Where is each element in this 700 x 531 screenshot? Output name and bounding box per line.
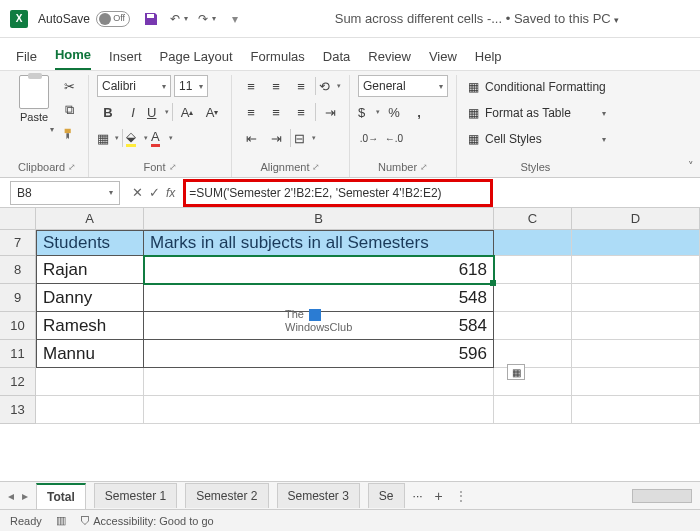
cell[interactable] xyxy=(572,396,700,424)
decrease-font-icon[interactable]: A▾ xyxy=(201,101,223,123)
cut-icon[interactable]: ✂ xyxy=(58,75,80,97)
tab-formulas[interactable]: Formulas xyxy=(251,49,305,70)
cell[interactable] xyxy=(36,396,144,424)
align-left-icon[interactable]: ≡ xyxy=(240,101,262,123)
toggle-switch[interactable]: Off xyxy=(96,11,130,27)
sheet-nav-prev-icon[interactable]: ◂ xyxy=(8,489,14,503)
increase-decimal-icon[interactable]: .0→ xyxy=(358,127,380,149)
row-header[interactable]: 13 xyxy=(0,396,36,424)
spreadsheet-grid[interactable]: A B C D 7 Students Marks in all subjects… xyxy=(0,208,700,424)
merge-icon[interactable]: ⊟▾ xyxy=(294,127,316,149)
sheet-tab[interactable]: Se xyxy=(368,483,405,508)
conditional-formatting-button[interactable]: ▦Conditional Formatting xyxy=(465,75,606,99)
tab-view[interactable]: View xyxy=(429,49,457,70)
cell[interactable]: Mannu xyxy=(36,340,144,368)
cell[interactable] xyxy=(36,368,144,396)
sheet-tab[interactable]: Semester 3 xyxy=(277,483,360,508)
sheet-tab[interactable]: Semester 2 xyxy=(185,483,268,508)
cell[interactable]: Danny xyxy=(36,284,144,312)
fx-icon[interactable]: fx xyxy=(166,186,175,200)
cell[interactable] xyxy=(494,256,572,284)
tab-help[interactable]: Help xyxy=(475,49,502,70)
undo-icon[interactable]: ↶▾ xyxy=(170,10,188,28)
autosave-toggle[interactable]: AutoSave Off xyxy=(38,11,130,27)
workbook-stats-icon[interactable]: ▥ xyxy=(56,514,66,527)
cell-selected[interactable]: 618 xyxy=(144,256,494,284)
cell[interactable]: Marks in all subjects in all Semesters xyxy=(144,230,494,256)
cell[interactable] xyxy=(494,312,572,340)
cell[interactable]: Ramesh xyxy=(36,312,144,340)
cell[interactable]: 596 xyxy=(144,340,494,368)
font-size-select[interactable]: 11▾ xyxy=(174,75,208,97)
align-center-icon[interactable]: ≡ xyxy=(265,101,287,123)
orientation-icon[interactable]: ⟲▾ xyxy=(319,75,341,97)
formula-input[interactable]: =SUM('Semester 2'!B2:E2, 'Semester 4'!B2… xyxy=(181,181,700,205)
sheet-nav-next-icon[interactable]: ▸ xyxy=(22,489,28,503)
more-sheets-icon[interactable]: ··· xyxy=(413,489,423,503)
row-header[interactable]: 10 xyxy=(0,312,36,340)
save-icon[interactable] xyxy=(142,10,160,28)
sheet-tab[interactable]: Semester 1 xyxy=(94,483,177,508)
accessibility-status[interactable]: ⛉ Accessibility: Good to go xyxy=(80,515,214,527)
format-painter-icon[interactable] xyxy=(58,123,80,145)
cell[interactable] xyxy=(572,256,700,284)
add-sheet-icon[interactable]: + xyxy=(431,488,447,504)
cell[interactable] xyxy=(494,368,572,396)
align-top-icon[interactable]: ≡ xyxy=(240,75,262,97)
tab-data[interactable]: Data xyxy=(323,49,350,70)
decrease-indent-icon[interactable]: ⇤ xyxy=(240,127,262,149)
launcher-icon[interactable]: ⤢ xyxy=(420,162,428,172)
cell[interactable] xyxy=(494,340,572,368)
cell[interactable]: Students xyxy=(36,230,144,256)
row-header[interactable]: 7 xyxy=(0,230,36,256)
decrease-decimal-icon[interactable]: ←.0 xyxy=(383,127,405,149)
tab-file[interactable]: File xyxy=(16,49,37,70)
cancel-formula-icon[interactable]: ✕ xyxy=(132,185,143,200)
launcher-icon[interactable]: ⤢ xyxy=(169,162,177,172)
cell[interactable] xyxy=(144,368,494,396)
tab-review[interactable]: Review xyxy=(368,49,411,70)
align-right-icon[interactable]: ≡ xyxy=(290,101,312,123)
column-header[interactable]: B xyxy=(144,208,494,230)
tab-page-layout[interactable]: Page Layout xyxy=(160,49,233,70)
font-color-icon[interactable]: A▾ xyxy=(151,127,173,149)
font-name-select[interactable]: Calibri▾ xyxy=(97,75,171,97)
qat-dropdown-icon[interactable]: ▾ xyxy=(226,10,244,28)
cell[interactable] xyxy=(572,312,700,340)
cell[interactable]: 584 xyxy=(144,312,494,340)
fill-color-icon[interactable]: ⬙▾ xyxy=(126,127,148,149)
accept-formula-icon[interactable]: ✓ xyxy=(149,185,160,200)
borders-icon[interactable]: ▦▾ xyxy=(97,127,119,149)
cell[interactable]: 548 xyxy=(144,284,494,312)
column-header[interactable]: D xyxy=(572,208,700,230)
cell[interactable] xyxy=(494,284,572,312)
column-header[interactable]: C xyxy=(494,208,572,230)
wrap-text-icon[interactable]: ⇥ xyxy=(319,101,341,123)
percent-icon[interactable]: % xyxy=(383,101,405,123)
column-header[interactable]: A xyxy=(36,208,144,230)
paste-button[interactable]: Paste ▾ xyxy=(14,75,54,159)
format-as-table-button[interactable]: ▦Format as Table ▾ xyxy=(465,101,606,125)
launcher-icon[interactable]: ⤢ xyxy=(312,162,320,172)
row-header[interactable]: 12 xyxy=(0,368,36,396)
launcher-icon[interactable]: ⤢ xyxy=(68,162,76,172)
currency-icon[interactable]: $▾ xyxy=(358,101,380,123)
copy-icon[interactable]: ⧉ xyxy=(58,99,80,121)
cell[interactable] xyxy=(494,396,572,424)
select-all-corner[interactable] xyxy=(0,208,36,230)
smart-tag-icon[interactable]: ▦ xyxy=(507,364,525,380)
cell[interactable] xyxy=(572,230,700,256)
cell[interactable]: Rajan xyxy=(36,256,144,284)
tab-home[interactable]: Home xyxy=(55,47,91,70)
cell[interactable] xyxy=(572,368,700,396)
increase-indent-icon[interactable]: ⇥ xyxy=(265,127,287,149)
sheet-tab[interactable]: Total xyxy=(36,483,86,509)
comma-icon[interactable]: , xyxy=(408,101,430,123)
row-header[interactable]: 11 xyxy=(0,340,36,368)
row-header[interactable]: 8 xyxy=(0,256,36,284)
cell[interactable] xyxy=(572,340,700,368)
row-header[interactable]: 9 xyxy=(0,284,36,312)
cell-styles-button[interactable]: ▦Cell Styles ▾ xyxy=(465,127,606,151)
align-middle-icon[interactable]: ≡ xyxy=(265,75,287,97)
name-box[interactable]: B8▾ xyxy=(10,181,120,205)
